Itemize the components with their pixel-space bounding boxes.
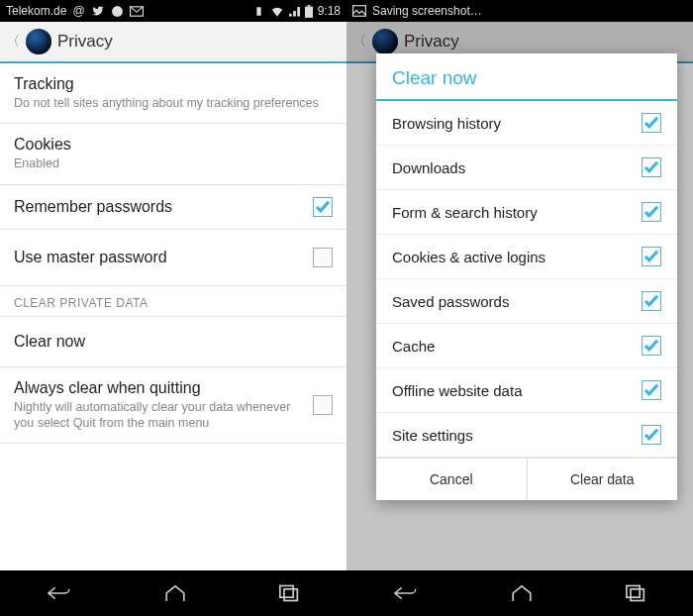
mail-icon (130, 6, 144, 17)
saving-label: Saving screenshot… (372, 4, 482, 18)
setting-title: Remember passwords (14, 198, 303, 216)
setting-title: Tracking (14, 75, 333, 93)
phone-right: Saving screenshot… 〈 Privacy Clear now B… (346, 0, 693, 616)
checkbox[interactable] (642, 291, 661, 311)
svg-rect-3 (307, 5, 310, 7)
checkbox[interactable] (313, 248, 333, 267)
setting-title: Clear now (14, 333, 333, 351)
cancel-button[interactable]: Cancel (376, 459, 527, 500)
dialog-row[interactable]: Offline website data (376, 368, 677, 413)
app-logo-icon (26, 29, 51, 54)
clear-data-button[interactable]: Clear data (527, 459, 678, 500)
setting-remember-passwords[interactable]: Remember passwords (0, 185, 346, 230)
dialog-row-label: Cache (392, 338, 642, 355)
checkbox[interactable] (642, 247, 661, 266)
dialog-row-label: Site settings (392, 427, 642, 444)
checkbox[interactable] (313, 197, 333, 217)
setting-cookies[interactable]: Cookies Enabled (0, 124, 346, 184)
back-icon[interactable]: 〈 (6, 33, 20, 51)
dialog-row[interactable]: Cache (376, 324, 677, 368)
svg-rect-8 (631, 589, 644, 601)
nav-back-icon[interactable] (46, 583, 73, 603)
dialog-row[interactable]: Site settings (376, 413, 677, 458)
setting-always-clear[interactable]: Always clear when quitting Nightly will … (0, 367, 346, 445)
checkbox[interactable] (642, 113, 661, 133)
dialog-row-label: Saved passwords (392, 293, 642, 310)
dialog-title: Clear now (376, 53, 677, 101)
battery-icon (305, 5, 313, 18)
section-header-clear: CLEAR PRIVATE DATA (0, 286, 346, 317)
clear-now-dialog: Clear now Browsing historyDownloadsForm … (376, 53, 677, 500)
app-header[interactable]: 〈 Privacy (0, 22, 346, 63)
clock-label: 9:18 (318, 4, 341, 18)
dialog-row-label: Offline website data (392, 382, 642, 399)
svg-point-0 (112, 6, 123, 17)
nav-home-icon[interactable] (510, 583, 534, 603)
image-icon (352, 5, 366, 17)
dialog-row-label: Browsing history (392, 115, 642, 132)
dialog-row[interactable]: Cookies & active logins (376, 235, 677, 279)
checkbox[interactable] (642, 202, 661, 222)
svg-rect-5 (284, 589, 297, 601)
status-bar: Telekom.de @ 9:18 (0, 0, 346, 22)
checkbox[interactable] (313, 395, 333, 415)
dialog-row-label: Cookies & active logins (392, 249, 642, 265)
phone-left: Telekom.de @ 9:18 〈 Privacy Tracking (0, 0, 346, 616)
svg-rect-7 (627, 586, 640, 598)
nav-bar (346, 570, 693, 616)
svg-rect-4 (280, 586, 293, 598)
checkbox[interactable] (642, 380, 661, 400)
nav-recent-icon[interactable] (277, 583, 301, 603)
signal-icon (289, 5, 300, 17)
setting-master-password[interactable]: Use master password (0, 230, 346, 286)
setting-title: Use master password (14, 249, 303, 266)
carrier-label: Telekom.de (6, 4, 66, 18)
svg-rect-2 (305, 6, 313, 17)
checkbox[interactable] (642, 336, 661, 356)
dialog-row-label: Form & search history (392, 204, 642, 221)
vibrate-icon (252, 5, 265, 18)
setting-subtitle: Nightly will automatically clear your da… (14, 399, 303, 432)
page-title: Privacy (57, 32, 113, 51)
status-bar: Saving screenshot… (346, 0, 693, 22)
setting-title: Cookies (14, 136, 333, 154)
nav-back-icon[interactable] (392, 583, 420, 603)
setting-subtitle: Enabled (14, 155, 333, 171)
wifi-icon (270, 5, 284, 17)
dialog-row[interactable]: Downloads (376, 146, 677, 190)
dialog-row[interactable]: Form & search history (376, 190, 677, 235)
checkbox[interactable] (642, 425, 661, 445)
setting-tracking[interactable]: Tracking Do not tell sites anything abou… (0, 63, 346, 124)
settings-list: Tracking Do not tell sites anything abou… (0, 63, 346, 570)
at-icon: @ (72, 4, 84, 18)
dialog-row[interactable]: Saved passwords (376, 279, 677, 324)
checkbox[interactable] (642, 157, 661, 177)
nav-recent-icon[interactable] (624, 583, 647, 603)
dialog-row-label: Downloads (392, 159, 642, 176)
setting-title: Always clear when quitting (14, 379, 303, 397)
nav-bar (0, 570, 346, 616)
svg-rect-6 (353, 6, 366, 17)
twitter-icon (91, 5, 105, 17)
setting-clear-now[interactable]: Clear now (0, 317, 346, 367)
setting-subtitle: Do not tell sites anything about my trac… (14, 95, 333, 111)
firefox-icon (111, 5, 124, 18)
nav-home-icon[interactable] (163, 583, 187, 603)
dialog-row[interactable]: Browsing history (376, 101, 677, 146)
